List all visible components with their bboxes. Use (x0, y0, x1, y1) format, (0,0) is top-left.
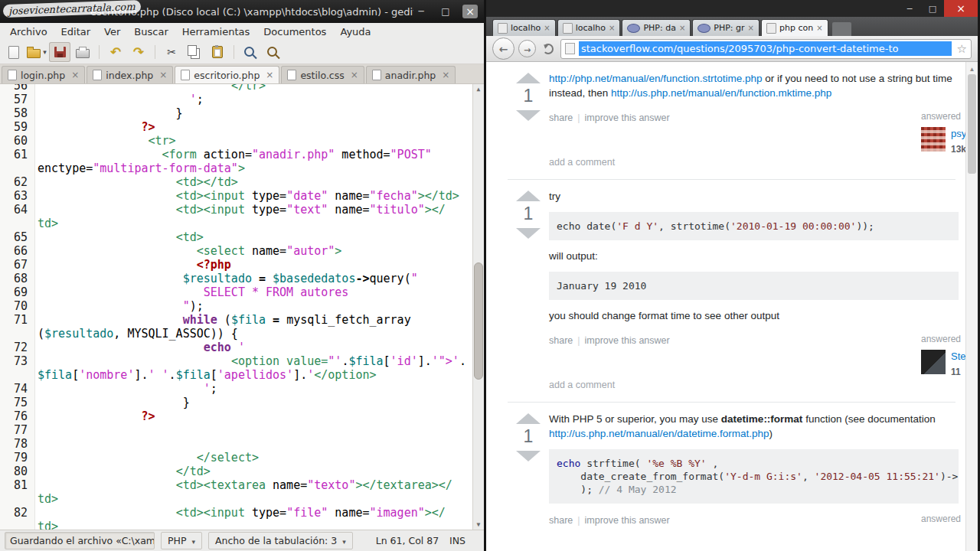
editor-tab-index.php[interactable]: index.php (87, 66, 173, 83)
improve-link[interactable]: improve this answer (585, 515, 670, 526)
find-button[interactable] (240, 42, 261, 62)
editor-tab-estilo.css[interactable]: estilo.css (281, 66, 364, 83)
tab-width-selector[interactable]: Ancho de la tabulación: 3 (208, 532, 353, 549)
editor-scrollbar[interactable] (472, 84, 484, 530)
forward-button[interactable] (518, 40, 536, 57)
upvote-button[interactable] (516, 73, 541, 83)
cut-button[interactable] (161, 42, 182, 62)
menu-herramientas[interactable]: Herramientas (175, 24, 257, 40)
tab-close-icon[interactable] (816, 24, 822, 32)
downvote-button[interactable] (516, 110, 541, 121)
tab-close-icon[interactable] (266, 70, 273, 80)
code-editor[interactable]: 56 </tr>57 ';58 }59 ?>60 <tr>61 <form ac… (0, 84, 484, 530)
improve-link[interactable]: improve this answer (585, 112, 670, 123)
code-text: '; (35, 382, 217, 396)
downvote-button[interactable] (516, 228, 541, 239)
share-link[interactable]: share (549, 112, 573, 123)
print-button[interactable] (72, 42, 93, 62)
copy-button[interactable] (184, 42, 205, 62)
browser-tab[interactable]: PHP: da (622, 19, 691, 36)
user-name[interactable]: psy (951, 127, 966, 141)
address-bar[interactable]: stackoverflow.com/questions/2095703/php-… (560, 39, 972, 59)
add-comment-link[interactable]: add a comment (549, 379, 959, 393)
tab-close-icon[interactable] (71, 70, 79, 80)
back-button[interactable] (492, 37, 514, 60)
undo-button[interactable] (105, 42, 126, 62)
bookmark-star-icon[interactable] (957, 41, 967, 56)
browser-titlebar[interactable] (486, 0, 978, 17)
new-document-button[interactable] (3, 42, 24, 62)
editor-tab-escritorio.php[interactable]: escritorio.php (175, 66, 279, 83)
find-replace-button[interactable] (263, 42, 284, 62)
improve-link[interactable]: improve this answer (585, 335, 670, 346)
code-token: " (183, 299, 190, 313)
maximize-icon[interactable] (921, 0, 944, 17)
link[interactable]: http://us.php.net/manual/en/datetime.for… (549, 428, 769, 439)
user-name[interactable]: Ste (951, 350, 966, 364)
link[interactable]: http://php.net/manual/en/function.strtot… (549, 73, 762, 84)
page-scrollbar[interactable] (965, 62, 978, 551)
code-token: ; (197, 93, 204, 106)
downvote-button[interactable] (516, 451, 541, 461)
editor-tab-login.php[interactable]: login.php (2, 66, 85, 83)
code-line: 72 echo ' (0, 341, 484, 354)
browser-tab[interactable]: php con (761, 19, 828, 36)
scrollbar-thumb[interactable] (968, 74, 976, 174)
code-token: <td> (176, 230, 204, 244)
maximize-icon[interactable] (438, 5, 453, 18)
close-icon[interactable] (944, 0, 978, 17)
editor-tab-anadir.php[interactable]: anadir.php (366, 66, 456, 83)
url-text-selected[interactable]: stackoverflow.com/questions/2095703/php-… (579, 41, 952, 56)
menu-archivo[interactable]: Archivo (3, 24, 54, 40)
scroll-up-icon[interactable] (966, 62, 978, 73)
code-line: 82 <td><input type="file" name="imagen">… (0, 506, 484, 520)
redo-button[interactable] (128, 42, 149, 62)
menu-buscar[interactable]: Buscar (127, 24, 175, 40)
scroll-up-icon[interactable] (473, 84, 484, 94)
tab-close-icon[interactable] (351, 70, 358, 80)
user-avatar[interactable] (921, 127, 946, 152)
document-icon (93, 70, 102, 80)
cursor-position: Ln 61, Col 87 (376, 535, 439, 546)
browser-tab[interactable]: localho (492, 19, 556, 36)
scrollbar-thumb[interactable] (474, 262, 483, 380)
save-document-button[interactable] (49, 42, 70, 62)
code-token (38, 313, 183, 327)
link[interactable]: http://us.php.net/manual/en/function.mkt… (611, 87, 831, 99)
code-token: $fila (348, 354, 383, 368)
new-tab-button[interactable] (832, 22, 851, 36)
browser-tab[interactable]: localho (557, 19, 621, 36)
add-comment-link[interactable]: add a comment (549, 156, 959, 170)
paste-button[interactable] (207, 42, 228, 62)
tab-close-icon[interactable] (679, 24, 685, 32)
browser-tab[interactable]: PHP: gr (692, 19, 760, 36)
menu-editar[interactable]: Editar (54, 24, 98, 40)
gedit-titlebar[interactable]: josevicentecarratala.com escritorio.php … (0, 0, 484, 23)
minimize-icon[interactable] (898, 0, 921, 17)
tab-close-icon[interactable] (544, 24, 550, 32)
tab-close-icon[interactable] (159, 70, 167, 80)
open-document-button[interactable] (26, 42, 47, 62)
tab-close-icon[interactable] (442, 70, 449, 80)
share-link[interactable]: share (549, 335, 573, 346)
upvote-button[interactable] (516, 191, 541, 201)
close-icon[interactable] (462, 5, 478, 18)
minimize-icon[interactable] (413, 5, 429, 18)
menu-ver[interactable]: Ver (97, 24, 127, 40)
line-number: 81 (0, 478, 35, 492)
tab-close-icon[interactable] (748, 24, 754, 32)
tab-close-icon[interactable] (609, 24, 615, 32)
code-token (38, 299, 183, 313)
code-token: [ (384, 354, 390, 368)
refresh-button[interactable] (540, 41, 557, 57)
user-avatar[interactable] (921, 350, 946, 374)
share-link[interactable]: share (549, 515, 573, 526)
scroll-down-icon[interactable] (473, 520, 484, 530)
language-selector[interactable]: PHP (161, 532, 202, 549)
menu-ayuda[interactable]: Ayuda (333, 24, 377, 40)
code-token (38, 84, 231, 93)
menu-documentos[interactable]: Documentos (256, 24, 333, 40)
upvote-button[interactable] (516, 413, 541, 424)
code-line: 75 } (0, 396, 484, 409)
line-number: 64 (0, 203, 35, 217)
